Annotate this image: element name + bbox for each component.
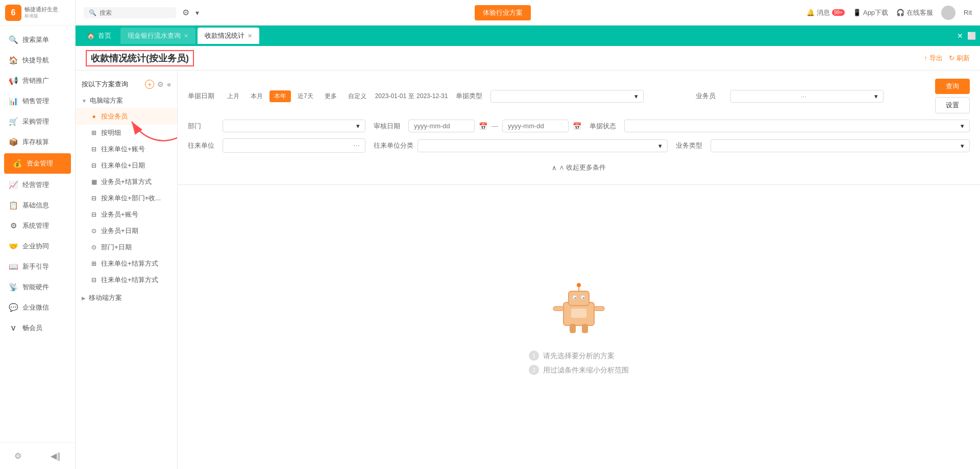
online-support-btn[interactable]: 🎧 在线客服 (896, 8, 933, 17)
sidebar-item-inventory[interactable]: 📦 库存核算 (0, 132, 75, 152)
sidebar-item-label: 新手引导 (22, 262, 49, 271)
panel-item-by-salesperson-account[interactable]: ⊟ 业务员+账号 (76, 206, 177, 223)
panel-item-by-unit-payment2[interactable]: ⊟ 往来单位+结算方式 (76, 272, 177, 288)
panel-item-by-salesperson-date[interactable]: ⊙ 业务员+日期 (76, 223, 177, 239)
left-panel: 按以下方案查询 + ⚙ « (76, 71, 178, 469)
date-tab-this-month[interactable]: 本月 (246, 90, 267, 102)
sidebar-item-member[interactable]: V 畅会员 (0, 318, 75, 338)
user-name: Rit (964, 9, 972, 16)
search-input[interactable] (100, 9, 171, 16)
panel-item-by-unit-account[interactable]: ⊟ 往来单位+账号 (76, 141, 177, 157)
demo-btn[interactable]: 体验行业方案 (475, 5, 531, 20)
date-tab-custom[interactable]: 自定义 (344, 90, 371, 102)
sidebar-item-enterprise[interactable]: 🤝 企业协同 (0, 236, 75, 256)
search-menu-icon: 🔍 (8, 35, 18, 45)
panel-collapse-btn[interactable]: « (167, 80, 171, 89)
panel-item-by-dept-date[interactable]: ⊙ 部门+日期 (76, 239, 177, 255)
date-tab-last-month[interactable]: 上月 (223, 90, 244, 102)
refresh-icon: ↻ (949, 54, 954, 62)
panel-item-by-unit-payment1[interactable]: ⊞ 往来单位+结算方式 (76, 255, 177, 272)
robot-svg (548, 277, 609, 338)
filter-counterpart-category: 往来单位分类 ▾ (374, 139, 668, 152)
collapse-label: ∧ 收起更多条件 (559, 163, 606, 172)
sidebar-item-quick-nav[interactable]: 🏠 快捷导航 (0, 50, 75, 71)
user-avatar[interactable] (941, 6, 955, 20)
tab-receipt[interactable]: 收款情况统计 ✕ (198, 28, 259, 44)
counterpart-more-icon[interactable]: ··· (353, 141, 360, 150)
panel-item-by-unit-dept[interactable]: ⊟ 按来单位+部门+收... (76, 190, 177, 206)
panel-item-by-salesperson[interactable]: ● 按业务员 (76, 108, 177, 125)
app-download-btn[interactable]: 📱 App下载 (853, 8, 888, 17)
tab-receipt-close[interactable]: ✕ (248, 33, 252, 39)
settings-filter-btn[interactable]: 设置 (935, 97, 970, 113)
doc-type-label: 单据类型 (456, 91, 486, 101)
panel-item-by-salesperson-payment[interactable]: ▦ 业务员+结算方式 (76, 174, 177, 190)
tab-bank[interactable]: 现金银行流水查询 ✕ (120, 28, 195, 44)
sidebar-item-wechat[interactable]: 💬 企业微信 (0, 297, 75, 318)
panel-settings-btn[interactable]: ⚙ (157, 80, 164, 89)
bt-select[interactable]: ▾ (710, 139, 970, 152)
salesperson-select[interactable]: ··· ▾ (730, 90, 884, 103)
date-tab-7days[interactable]: 近7天 (293, 90, 318, 102)
sidebar-item-guide[interactable]: 📖 新手引导 (0, 256, 75, 277)
sidebar-item-marketing[interactable]: 📢 营销推广 (0, 71, 75, 91)
dept-select[interactable]: ▾ (223, 120, 365, 132)
audit-date-end[interactable] (502, 120, 569, 132)
date-range-separator: 至 (408, 92, 414, 101)
bt-label: 业务类型 (676, 141, 706, 150)
counterpart-select[interactable]: ··· (223, 138, 365, 153)
operations-icon: 📈 (8, 180, 18, 190)
audit-date-start[interactable] (408, 120, 475, 132)
sidebar-item-smart-hw[interactable]: 📡 智能硬件 (0, 277, 75, 297)
bt-chevron: ▾ (961, 142, 964, 150)
sidebar-item-label: 采购管理 (22, 117, 49, 126)
unit-payment2-icon: ⊟ (90, 276, 98, 284)
refresh-btn[interactable]: ↻ 刷新 (949, 54, 970, 63)
sidebar-item-sales[interactable]: 📊 销售管理 (0, 91, 75, 111)
sidebar-item-operations[interactable]: 📈 经营管理 (0, 175, 75, 195)
window-close-icon[interactable]: ✕ (957, 32, 963, 40)
calendar-icon-1[interactable]: 📅 (479, 122, 487, 130)
notification-btn[interactable]: 🔔 消息 99+ (806, 8, 845, 17)
query-btn[interactable]: 查询 (935, 79, 970, 94)
window-maximize-icon[interactable]: ⬜ (967, 32, 976, 40)
date-tab-this-year[interactable]: 本年 (270, 90, 291, 102)
sidebar-item-search-menu[interactable]: 🔍 搜索菜单 (0, 30, 75, 50)
svg-point-6 (582, 297, 584, 299)
cc-select[interactable]: ▾ (418, 139, 668, 152)
filter-date: 单据日期 上月 本月 本年 近7天 更多 自定义 2023-01-01 (188, 90, 448, 102)
logo-text: 畅捷通好生意 (24, 6, 58, 13)
page-header: 收款情况统计(按业务员) ↑ 导出 ↻ 刷新 (76, 46, 980, 71)
collapse-bar[interactable]: ∧ ∧ 收起更多条件 (188, 159, 970, 176)
sidebar-item-finance[interactable]: 💰 资金管理 (4, 153, 71, 174)
sidebar-item-basic-info[interactable]: 📋 基础信息 (0, 195, 75, 216)
salesperson-more[interactable]: ··· (801, 92, 806, 100)
page-actions: ↑ 导出 ↻ 刷新 (924, 54, 970, 63)
salesperson-icon: ● (90, 112, 98, 121)
panel-add-btn[interactable]: + (145, 80, 154, 89)
sidebar-item-purchase[interactable]: 🛒 采购管理 (0, 111, 75, 132)
tab-bank-close[interactable]: ✕ (184, 33, 188, 39)
doc-type-select[interactable]: ▾ (491, 90, 644, 103)
desktop-section-toggle[interactable]: ▼ 电脑端方案 (76, 93, 177, 108)
svg-point-5 (574, 297, 576, 299)
topbar-search-box[interactable]: 🔍 (84, 7, 176, 18)
purchase-icon: 🛒 (8, 116, 18, 127)
svg-rect-9 (553, 307, 564, 311)
panel-item-by-unit-date[interactable]: ⊟ 往来单位+日期 (76, 157, 177, 174)
tab-home[interactable]: 🏠 首页 (80, 28, 118, 44)
topbar-settings-icon[interactable]: ⚙ (182, 8, 189, 17)
mobile-section-toggle[interactable]: ▶ 移动端方案 (76, 290, 177, 306)
sidebar-collapse-btn[interactable]: ◀‖ (47, 448, 64, 464)
calendar-icon-2[interactable]: 📅 (573, 122, 581, 130)
export-btn[interactable]: ↑ 导出 (924, 54, 943, 63)
filter-counterpart: 往来单位 ··· (188, 138, 365, 153)
topbar-chevron-icon[interactable]: ▾ (195, 9, 199, 17)
doc-status-select[interactable]: ▾ (624, 120, 970, 132)
filter-row-2: 部门 ▾ 审核日期 📅 — 📅 (188, 120, 970, 132)
sidebar-settings-btn[interactable]: ⚙ (11, 448, 24, 464)
date-tab-more[interactable]: 更多 (320, 90, 341, 102)
svg-rect-11 (570, 324, 576, 333)
sidebar-item-system[interactable]: ⚙ 系统管理 (0, 216, 75, 236)
panel-item-by-detail[interactable]: ⊞ 按明细 (76, 125, 177, 141)
